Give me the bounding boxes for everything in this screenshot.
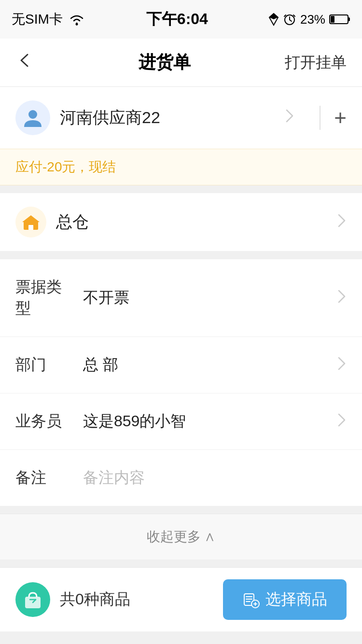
supplier-card: 河南供应商22 + 应付-20元，现结 [0, 87, 362, 185]
wifi-icon [68, 13, 86, 26]
status-time: 下午6:04 [146, 9, 208, 30]
form-label-department: 部门 [15, 354, 73, 376]
warehouse-card[interactable]: 总仓 [0, 193, 362, 252]
supplier-chevron-icon [285, 108, 294, 127]
form-value-remark-placeholder: 备注内容 [83, 467, 347, 489]
page-title: 进货单 [139, 51, 191, 74]
person-icon [22, 107, 44, 129]
svg-rect-10 [28, 225, 33, 230]
product-icon-container [15, 582, 50, 617]
content-area: 河南供应商22 + 应付-20元，现结 总仓 [0, 87, 362, 644]
svg-point-0 [75, 23, 78, 26]
select-product-label: 选择商品 [265, 589, 327, 610]
svg-point-7 [28, 110, 37, 119]
form-value-department: 总 部 [83, 354, 337, 376]
carrier-text: 无SIM卡 [12, 10, 63, 28]
warehouse-chevron-icon [337, 213, 347, 232]
status-carrier: 无SIM卡 [12, 10, 86, 28]
spacer [0, 560, 362, 567]
supplier-avatar [15, 100, 50, 135]
svg-rect-6 [331, 16, 334, 23]
form-row-department[interactable]: 部门 总 部 [0, 337, 362, 393]
supplier-name: 河南供应商22 [60, 107, 285, 129]
location-icon [268, 13, 279, 26]
add-button[interactable]: + [334, 106, 347, 130]
form-label-remark: 备注 [15, 467, 73, 489]
shopping-bag-icon [22, 589, 43, 610]
battery-text: 23% [300, 12, 325, 27]
warehouse-icon-container [15, 207, 46, 238]
supplier-row[interactable]: 河南供应商22 + [0, 87, 362, 149]
select-product-icon [242, 591, 260, 608]
warehouse-name: 总仓 [56, 211, 337, 233]
gray-background [0, 631, 362, 644]
notice-bar: 应付-20元，现结 [0, 149, 362, 185]
form-chevron-salesperson [337, 412, 347, 431]
svg-marker-9 [22, 215, 40, 222]
svg-line-3 [290, 20, 292, 21]
open-pending-button[interactable]: 打开挂单 [285, 52, 347, 73]
form-row-remark[interactable]: 备注 备注内容 [0, 450, 362, 506]
collapse-bar[interactable]: 收起更多 ∧ [0, 514, 362, 560]
status-bar: 无SIM卡 下午6:04 23% [0, 0, 362, 39]
form-row-invoice-type[interactable]: 票据类型 不开票 [0, 259, 362, 337]
notice-text: 应付-20元，现结 [15, 159, 116, 174]
divider [320, 106, 320, 130]
status-right: 23% [268, 12, 350, 27]
product-bar: 共0种商品 选择商品 [0, 567, 362, 631]
back-button[interactable] [15, 51, 44, 74]
product-count: 共0种商品 [60, 589, 223, 610]
select-product-button[interactable]: 选择商品 [223, 579, 347, 620]
form-label-salesperson: 业务员 [15, 411, 73, 432]
form-chevron-invoice-type [337, 289, 347, 308]
form-label-invoice-type: 票据类型 [15, 277, 73, 319]
warehouse-building-icon [21, 212, 41, 232]
form-section: 票据类型 不开票 部门 总 部 业务员 这是859的小智 [0, 259, 362, 506]
svg-rect-5 [348, 17, 350, 21]
nav-bar: 进货单 打开挂单 [0, 39, 362, 87]
alarm-icon [283, 13, 296, 26]
warehouse-row[interactable]: 总仓 [0, 193, 362, 252]
collapse-label: 收起更多 ∧ [147, 529, 216, 544]
form-value-invoice-type: 不开票 [83, 287, 337, 308]
form-row-salesperson[interactable]: 业务员 这是859的小智 [0, 393, 362, 450]
battery-icon [329, 14, 350, 25]
form-value-salesperson: 这是859的小智 [83, 411, 337, 432]
form-chevron-department [337, 356, 347, 375]
